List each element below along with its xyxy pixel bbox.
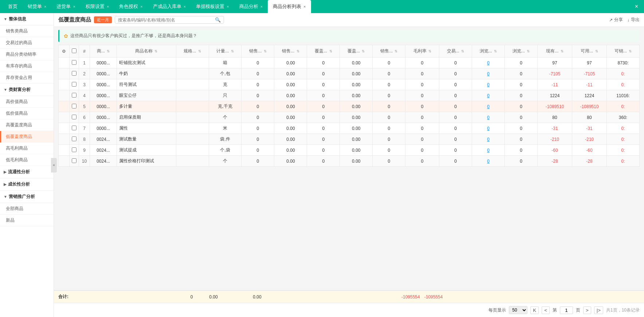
row-checkbox[interactable]: [72, 136, 76, 141]
footer-spacer12: [377, 294, 399, 300]
name-column-header[interactable]: 商品名称 ⇅: [117, 45, 176, 58]
nav-tab-warehouse[interactable]: 产成品入库单 ×: [148, 0, 191, 13]
saleable-column-header[interactable]: 可销... ⇅: [606, 45, 639, 58]
row-checkbox[interactable]: [72, 115, 76, 119]
sidebar-header-liquidity[interactable]: ▶ 流通性分析: [0, 166, 54, 178]
row-checkbox[interactable]: [72, 126, 76, 130]
settings-column-header[interactable]: ⚙: [59, 45, 70, 58]
sidebar-item-inventory-capital[interactable]: 库存资金占用: [0, 72, 54, 84]
next-page-button[interactable]: >: [583, 306, 591, 314]
row-checkbox[interactable]: [72, 93, 76, 98]
row-checkbox[interactable]: [72, 71, 76, 76]
browse1-link[interactable]: 0: [487, 60, 490, 66]
sidebar-item-high-margin[interactable]: 高毛利商品: [0, 143, 54, 154]
sidebar-item-high-coverage[interactable]: 高覆盖度商品: [0, 119, 54, 131]
nav-tab-analysis[interactable]: 商品分析 ×: [234, 0, 268, 13]
available-cell: -210: [572, 134, 607, 145]
sidebar-item-stocked-goods[interactable]: 有库存的商品: [0, 60, 54, 72]
sidebar-header-growth[interactable]: ▶ 成长性分析: [0, 178, 54, 191]
last-page-button[interactable]: |>: [594, 306, 603, 314]
sidebar-toggle-button[interactable]: «: [51, 158, 57, 173]
row-checkbox[interactable]: [72, 147, 76, 152]
sidebar-header-wealth[interactable]: ▼ 类财富分析: [0, 84, 54, 96]
sidebar-item-sales-goods[interactable]: 销售类商品: [0, 25, 54, 37]
browse1-link[interactable]: 0: [487, 159, 490, 164]
row-checkbox[interactable]: [72, 104, 76, 108]
browse1-link[interactable]: 0: [487, 104, 490, 109]
browse1-link[interactable]: 0: [487, 82, 490, 87]
sidebar-item-low-coverage[interactable]: 低覆盖度商品: [0, 131, 54, 143]
transaction-cell: 0: [439, 58, 472, 68]
unit-cell: 袋,件: [209, 134, 242, 145]
nav-tab-roles[interactable]: 角色授权 ×: [114, 0, 148, 13]
nav-tab-sales[interactable]: 销货单 ×: [23, 0, 51, 13]
search-icon[interactable]: 🔍: [215, 17, 221, 23]
code-column-header[interactable]: 商... ⇅: [90, 45, 117, 58]
prev-page-button[interactable]: <: [542, 306, 550, 314]
browse1-link[interactable]: 0: [487, 115, 490, 120]
browse1-link[interactable]: 0: [487, 148, 490, 153]
first-page-button[interactable]: K: [530, 306, 539, 314]
browse1-column-header[interactable]: 浏览... ⇅: [472, 45, 505, 58]
sidebar-header-marketing[interactable]: ▼ 营销推广分析: [0, 191, 54, 203]
browse1-link[interactable]: 0: [487, 126, 490, 131]
share-button[interactable]: ↗ 分享: [609, 17, 623, 23]
close-analysis-list-tab[interactable]: ×: [303, 4, 306, 9]
close-sales-tab[interactable]: ×: [44, 4, 46, 9]
sidebar-header-overview[interactable]: ▼ 整体信息: [0, 13, 54, 25]
table-header-row: ⚙ # 商... ⇅ 商品名称 ⇅ 规格... ⇅ 计量... ⇅ 销售... …: [59, 45, 640, 58]
close-analysis-tab[interactable]: ×: [260, 4, 263, 9]
sales3-cell: 0: [373, 112, 405, 123]
gross-margin-column-header[interactable]: 毛利率 ⇅: [405, 45, 439, 58]
sidebar-item-category-rate[interactable]: 商品分类动销率: [0, 49, 54, 60]
sales-count-cell: 0: [242, 101, 274, 112]
browse1-link[interactable]: 0: [487, 93, 490, 98]
coverage1-column-header[interactable]: 覆盖... ⇅: [307, 45, 340, 58]
nav-tab-analysis-list[interactable]: 商品分析列表 ×: [268, 0, 311, 13]
browse1-link[interactable]: 0: [487, 71, 490, 76]
close-template-tab[interactable]: ×: [227, 4, 229, 9]
nav-tab-home[interactable]: 首页: [3, 0, 23, 13]
search-input[interactable]: [118, 17, 215, 23]
sidebar-item-new-goods[interactable]: 新品: [0, 215, 54, 226]
export-button[interactable]: ↓ 导出: [627, 17, 640, 23]
sidebar-item-low-value[interactable]: 低价值商品: [0, 108, 54, 119]
close-permissions-tab[interactable]: ×: [107, 4, 109, 9]
row-checkbox[interactable]: [72, 158, 76, 163]
coverage2-cell: 0.00: [340, 58, 373, 68]
close-roles-tab[interactable]: ×: [140, 4, 142, 9]
sidebar-item-high-value[interactable]: 高价值商品: [0, 96, 54, 108]
close-warehouse-tab[interactable]: ×: [184, 4, 186, 9]
page-size-select[interactable]: 50 100 200: [509, 306, 527, 314]
spec-column-header[interactable]: 规格... ⇅: [176, 45, 209, 58]
spec-cell: [176, 112, 209, 123]
unit-column-header[interactable]: 计量... ⇅: [209, 45, 242, 58]
sales3-column-header[interactable]: 销售... ⇅: [373, 45, 405, 58]
nav-tab-permissions[interactable]: 权限设置 ×: [80, 0, 114, 13]
nav-tab-template[interactable]: 单据模板设置 ×: [191, 0, 234, 13]
row-checkbox[interactable]: [72, 82, 76, 87]
sales-amount-column-header[interactable]: 销售... ⇅: [274, 45, 307, 58]
available-column-header[interactable]: 可用... ⇅: [572, 45, 607, 58]
close-all-button[interactable]: ×: [632, 3, 641, 10]
sidebar-item-traded-goods[interactable]: 交易过的商品: [0, 37, 54, 49]
browse1-link[interactable]: 0: [487, 137, 490, 142]
info-banner: ✿ 这些商品只有很少客户购买过，是推广不够，还是商品本身问题？: [58, 30, 640, 42]
sidebar-item-all-goods[interactable]: 全部商品: [0, 203, 54, 215]
close-purchase-tab[interactable]: ×: [73, 4, 75, 9]
browse2-column-header[interactable]: 浏览... ⇅: [505, 45, 538, 58]
row-checkbox[interactable]: [72, 60, 76, 65]
code-cell: 0000...: [90, 58, 117, 68]
sidebar-item-low-margin[interactable]: 低毛利商品: [0, 154, 54, 166]
coverage2-cell: 0.00: [340, 145, 373, 156]
time-filter-button[interactable]: 近一月: [94, 16, 112, 23]
nav-tab-purchase[interactable]: 进货单 ×: [51, 0, 80, 13]
sales-count-cell: 0: [242, 112, 274, 123]
current-stock-column-header[interactable]: 现有... ⇅: [538, 45, 572, 58]
coverage2-column-header[interactable]: 覆盖... ⇅: [340, 45, 373, 58]
checkbox-column-header[interactable]: [70, 45, 79, 58]
select-all-checkbox[interactable]: [72, 48, 76, 53]
page-number-input[interactable]: [560, 306, 573, 314]
transaction-column-header[interactable]: 交易... ⇅: [439, 45, 472, 58]
sales-count-column-header[interactable]: 销售... ⇅: [242, 45, 274, 58]
